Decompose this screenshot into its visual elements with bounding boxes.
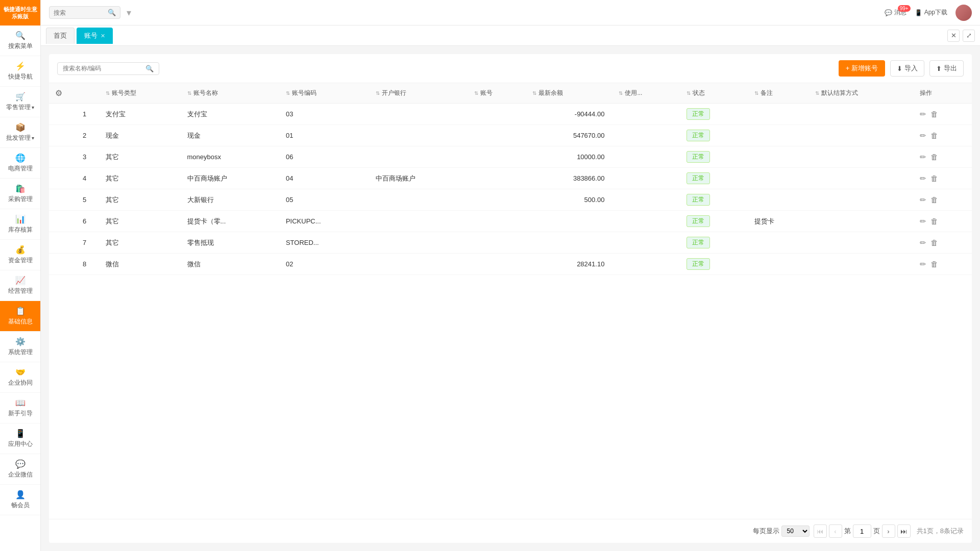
sidebar-item-member[interactable]: 👤畅会员 [0,485,40,515]
td-remark [748,168,809,189]
td-balance [526,211,613,232]
sidebar-item-finance[interactable]: 💰资金管理 [0,240,40,270]
logo: 畅捷通时生意 乐账版 [0,0,41,26]
tab-close-button[interactable]: ✕ [947,30,960,42]
delete-button[interactable]: 🗑 [930,195,938,204]
table-settings-icon[interactable]: ⚙ [55,89,62,97]
sidebar-item-retail[interactable]: 🛒零售管理 ▾ [0,87,40,117]
delete-button[interactable]: 🗑 [930,153,938,161]
td-account [468,168,526,189]
import-button[interactable]: ⬇ 导入 [890,60,924,77]
sidebar-item-wechat[interactable]: 💬企业微信 [0,454,40,485]
tab-maximize-button[interactable]: ⤢ [963,30,975,42]
table-row: 3 其它 moneybosx 06 10000.00 正常 ✏ 🗑 [49,146,972,168]
status-badge: 正常 [687,108,710,120]
table-row: 7 其它 零售抵现 STORED... 正常 ✏ 🗑 [49,232,972,254]
col-name[interactable]: ⇅账号名称 [181,83,280,104]
edit-button[interactable]: ✏ [920,260,926,269]
td-settings [49,211,69,232]
sidebar-item-operation[interactable]: 📈经营管理 [0,270,40,301]
td-account [468,254,526,275]
search-input[interactable] [63,65,145,72]
edit-button[interactable]: ✏ [920,195,926,205]
td-code: 02 [280,254,370,275]
td-account [468,232,526,254]
agreement-icon: 🤝 [3,367,38,377]
top-search-bar[interactable]: 🔍 [49,6,120,19]
col-settle[interactable]: ⇅默认结算方式 [809,83,914,104]
sidebar-label-member: 畅会员 [11,502,30,509]
td-index: 8 [69,254,100,275]
edit-button[interactable]: ✏ [920,217,926,226]
basic-icon: 📋 [3,306,38,316]
td-bank [370,104,468,125]
export-button[interactable]: ⬆ 导出 [929,60,964,77]
td-balance: 10000.00 [526,146,613,168]
delete-button[interactable]: 🗑 [930,110,938,118]
search-icon: 🔍 [3,31,38,40]
page-size-select[interactable]: 102050100 [781,525,810,537]
col-bank[interactable]: ⇅开户银行 [370,83,468,104]
sidebar-item-appcenter[interactable]: 📱应用中心 [0,423,40,454]
message-button[interactable]: 💬 消息 99+ [885,8,906,17]
td-balance: 500.00 [526,189,613,211]
td-code: STORED... [280,232,370,254]
user-avatar[interactable] [955,5,972,21]
system-icon: ⚙️ [3,337,38,346]
td-name: 大新银行 [181,189,280,211]
top-search-input[interactable] [54,9,108,16]
col-balance[interactable]: ⇅最新余额 [526,83,613,104]
td-type: 其它 [100,189,181,211]
last-page-button[interactable]: ⏭ [897,524,911,538]
sidebar-item-shortcut[interactable]: ⚡快捷导航 [0,56,40,87]
td-name: 微信 [181,254,280,275]
header-dropdown-icon[interactable]: ▾ [127,7,131,18]
td-action: ✏ 🗑 [914,232,972,254]
sidebar-item-purchase[interactable]: 🛍️采购管理 [0,179,40,209]
delete-button[interactable]: 🗑 [930,238,938,247]
sidebar-item-agreement[interactable]: 🤝企业协同 [0,362,40,393]
sidebar-item-system[interactable]: ⚙️系统管理 [0,332,40,362]
edit-button[interactable]: ✏ [920,110,926,119]
delete-button[interactable]: 🗑 [930,174,938,183]
first-page-button[interactable]: ⏮ [814,524,827,538]
td-settle [809,232,914,254]
sidebar-item-basic[interactable]: 📋基础信息 [0,301,40,332]
sidebar-item-guide[interactable]: 📖新手引导 [0,393,40,423]
edit-button[interactable]: ✏ [920,153,926,162]
add-account-button[interactable]: + 新增账号 [839,60,885,77]
app-download-button[interactable]: 📱 App下载 [915,8,947,17]
td-balance [526,232,613,254]
delete-button[interactable]: 🗑 [930,131,938,140]
td-settle [809,189,914,211]
td-type: 支付宝 [100,104,181,125]
col-usage[interactable]: ⇅使用... [612,83,680,104]
tab-home[interactable]: 首页 [46,28,75,44]
td-settings [49,232,69,254]
edit-button[interactable]: ✏ [920,174,926,183]
tab-account[interactable]: 账号 ✕ [77,28,113,44]
col-code[interactable]: ⇅账号编码 [280,83,370,104]
search-wrap[interactable]: 🔍 [57,62,159,75]
sidebar-item-search[interactable]: 🔍搜索菜单 [0,26,40,56]
edit-button[interactable]: ✏ [920,238,926,247]
col-status[interactable]: ⇅状态 [680,83,748,104]
delete-button[interactable]: 🗑 [930,217,938,226]
sidebar-item-wholesale[interactable]: 📦批发管理 ▾ [0,117,40,148]
td-type: 其它 [100,232,181,254]
next-page-button[interactable]: › [882,524,895,538]
col-type[interactable]: ⇅账号类型 [100,83,181,104]
sidebar-item-ecommerce[interactable]: 🌐电商管理 [0,148,40,179]
sidebar-item-inventory[interactable]: 📊库存核算 [0,209,40,240]
page-number-input[interactable] [853,524,871,538]
td-account [468,104,526,125]
td-status: 正常 [680,168,748,189]
delete-button[interactable]: 🗑 [930,260,938,268]
prev-page-button[interactable]: ‹ [829,524,842,538]
td-bank: 中百商场账户 [370,168,468,189]
col-remark[interactable]: ⇅备注 [748,83,809,104]
tab-account-close[interactable]: ✕ [101,33,105,39]
edit-button[interactable]: ✏ [920,131,926,140]
col-account[interactable]: ⇅账号 [468,83,526,104]
td-balance: 383866.00 [526,168,613,189]
